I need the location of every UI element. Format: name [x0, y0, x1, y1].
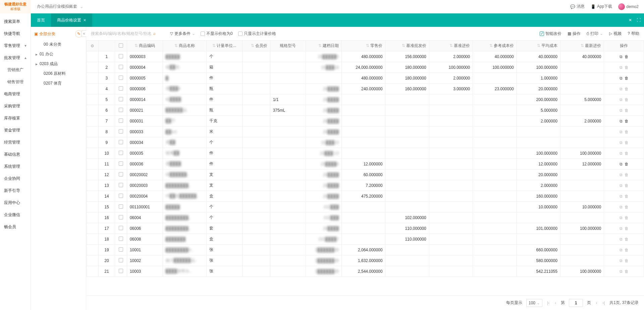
copy-icon[interactable]: ⧉	[620, 54, 623, 59]
sidebar-item[interactable]: 批发管理▴	[0, 52, 31, 64]
col-header[interactable]: ⇅商品编码	[127, 41, 163, 51]
table-row[interactable]: 10000035玻璃██件20███-13100.000000100.00000…	[87, 148, 644, 159]
operations-button[interactable]: ▦操作	[568, 31, 581, 37]
row-checkbox[interactable]	[119, 118, 123, 123]
copy-icon[interactable]: ⧉	[620, 215, 623, 220]
close-icon[interactable]: ✕	[83, 18, 86, 22]
col-header[interactable]: 规格型号	[270, 41, 306, 51]
tab-price-settings[interactable]: 商品价格设置 ✕	[51, 13, 92, 27]
pager-next[interactable]: ›	[595, 301, 598, 305]
more-filters-button[interactable]: ▽更多条件⌄	[170, 31, 195, 37]
table-row[interactable]: 30000005█件480.000000180.0000002.0000001.…	[87, 73, 644, 84]
sidebar-item[interactable]: 经营管理	[0, 136, 31, 148]
col-header[interactable]	[98, 41, 115, 51]
user-menu[interactable]: demo2	[618, 3, 639, 10]
sidebar-item[interactable]: 库存核算	[0, 112, 31, 124]
delete-icon[interactable]: 🗑	[625, 140, 629, 145]
tab-home[interactable]: 首页	[31, 13, 51, 27]
table-row[interactable]: 20000004收██纸箱20███1824,000.000000180.000…	[87, 62, 644, 73]
row-checkbox[interactable]	[119, 172, 123, 176]
pager-prev[interactable]: ‹	[554, 301, 557, 305]
pager-page-input[interactable]	[569, 299, 583, 307]
table-row[interactable]: 1400020004中██笔██████..盒20████475.2000001…	[87, 191, 644, 202]
delete-icon[interactable]: 🗑	[625, 248, 629, 252]
row-checkbox[interactable]	[119, 54, 123, 58]
row-checkbox[interactable]	[119, 194, 123, 198]
delete-icon[interactable]: 🗑	[625, 162, 629, 166]
fullscreen-icon[interactable]: ⛶	[637, 18, 641, 22]
sidebar-item[interactable]: 零售管理▾	[0, 40, 31, 52]
copy-icon[interactable]: ⧉	[620, 108, 623, 113]
copy-icon[interactable]: ⧉	[620, 65, 623, 70]
help-button[interactable]: ?帮助	[628, 31, 639, 37]
delete-icon[interactable]: 🗑	[625, 130, 629, 134]
sidebar-item[interactable]: 基础信息	[0, 148, 31, 160]
delete-icon[interactable]: 🗑	[625, 183, 629, 188]
category-item[interactable]: ▸0203 成品	[31, 59, 86, 69]
copy-icon[interactable]: ⧉	[620, 162, 623, 166]
delete-icon[interactable]: 🗑	[625, 205, 629, 209]
pager-last[interactable]: ›|	[602, 301, 605, 305]
copy-icon[interactable]: ⧉	[620, 194, 623, 199]
sidebar-item[interactable]: 销售管理	[0, 76, 31, 88]
sidebar-item[interactable]: 电商管理	[0, 88, 31, 100]
copy-icon[interactable]: ⧉	[620, 248, 623, 252]
table-row[interactable]: 8000033██est米20████⧉🗑	[87, 126, 644, 137]
copy-icon[interactable]: ⧉	[620, 130, 623, 134]
delete-icon[interactable]: 🗑	[625, 108, 629, 113]
col-header[interactable]: ⇅最新进价	[560, 41, 604, 51]
col-header[interactable]: ⚙	[87, 41, 99, 51]
table-row[interactable]: 10000003█████个20█████0480.000000156.0000…	[87, 51, 644, 62]
category-item[interactable]: ▸01 办公	[31, 49, 86, 59]
row-checkbox[interactable]	[119, 237, 123, 241]
col-header[interactable]: ⇅会员价	[242, 41, 270, 51]
sidebar-item[interactable]: 畅会员	[0, 221, 31, 233]
delete-icon[interactable]: 🗑	[625, 258, 629, 263]
delete-icon[interactable]: 🗑	[625, 226, 629, 231]
sidebar-item[interactable]: 系统管理	[0, 160, 31, 172]
delete-icon[interactable]: 🗑	[625, 194, 629, 199]
copy-icon[interactable]: ⧉	[620, 76, 623, 81]
copy-icon[interactable]: ⧉	[620, 258, 623, 263]
row-checkbox[interactable]	[119, 204, 123, 209]
table-row[interactable]: 1910001████████A..张2██████052,064.000000…	[87, 245, 644, 255]
delete-icon[interactable]: 🗑	[625, 119, 629, 123]
sidebar-item[interactable]: 资金管理	[0, 124, 31, 136]
table-row[interactable]: 1606004████████..个202███102.000000⧉🗑	[87, 212, 644, 223]
copy-icon[interactable]: ⧉	[620, 183, 623, 188]
smart-price-toggle[interactable]: ✓智能改价	[540, 31, 561, 37]
col-header[interactable]: ⇅建档日期	[306, 41, 342, 51]
copy-icon[interactable]: ⧉	[620, 205, 623, 209]
per-page-select[interactable]: 100⌄	[526, 299, 542, 307]
delete-icon[interactable]: 🗑	[625, 237, 629, 242]
col-header[interactable]: 操作	[604, 41, 644, 51]
delete-icon[interactable]: 🗑	[625, 172, 629, 177]
row-checkbox[interactable]	[119, 97, 123, 101]
row-checkbox[interactable]	[119, 183, 123, 187]
category-item[interactable]: 00 未分类	[31, 40, 86, 49]
search-icon[interactable]: ⌕	[153, 31, 156, 36]
sidebar-item[interactable]: 企业协同	[0, 172, 31, 185]
row-checkbox[interactable]	[119, 140, 123, 144]
delete-icon[interactable]: 🗑	[625, 215, 629, 220]
delete-icon[interactable]: 🗑	[625, 151, 629, 156]
table-row[interactable]: 7000031██子千克20████2.0000002.000000⧉🗑	[87, 116, 644, 126]
search-box[interactable]: ⌕	[91, 31, 165, 36]
copy-icon[interactable]: ⧉	[620, 87, 623, 91]
sidebar-item[interactable]: 搜索菜单	[0, 15, 31, 28]
table-row[interactable]: 1806008███████盒202████7110.000000⧉🗑	[87, 234, 644, 245]
copy-icon[interactable]: ⧉	[620, 140, 623, 145]
messages-button[interactable]: 💬消息	[570, 4, 585, 9]
only-unit-checkbox[interactable]: 只显示主计量价格	[238, 31, 276, 37]
table-row[interactable]: 2010002扬力██████品..张2██████051,632.000000…	[87, 255, 644, 266]
sidebar-item[interactable]: 采购管理	[0, 100, 31, 112]
delete-icon[interactable]: 🗑	[625, 76, 629, 81]
col-header[interactable]	[115, 41, 127, 51]
row-checkbox[interactable]	[119, 258, 123, 262]
row-checkbox[interactable]	[119, 108, 123, 112]
table-row[interactable]: 9000034奥██个20███23⧉🗑	[87, 137, 644, 148]
table-row[interactable]: 1706006████████..套20████110.000000101.00…	[87, 223, 644, 234]
delete-icon[interactable]: 🗑	[625, 87, 629, 91]
row-checkbox[interactable]	[119, 129, 123, 134]
search-input[interactable]	[91, 31, 151, 36]
